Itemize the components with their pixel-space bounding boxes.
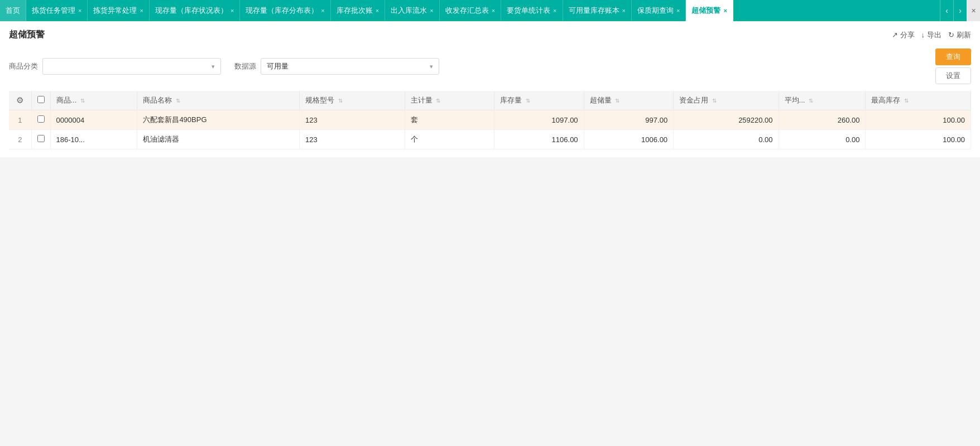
row-max-stock: 100.00 — [866, 130, 971, 149]
nav-arrow-left[interactable]: ‹ — [940, 0, 953, 21]
datasource-label: 数据源 — [234, 61, 256, 71]
th-capital-usage: 资金占用 ⇅ — [674, 91, 779, 110]
row-unit: 个 — [405, 130, 494, 149]
close-icon[interactable]: × — [230, 7, 234, 14]
product-category-select[interactable]: ▾ — [42, 58, 221, 75]
nav-stock-status[interactable]: 现存量（库存状况表） × — [150, 0, 240, 21]
th-settings: ⚙ — [9, 91, 31, 110]
row-max-stock: 100.00 — [866, 110, 971, 130]
close-icon[interactable]: × — [140, 7, 143, 14]
close-icon[interactable]: × — [723, 7, 727, 14]
row-spec: 123 — [300, 110, 405, 130]
page-title: 超储预警 — [9, 29, 45, 41]
page-actions: ↗ 分享 ↓ 导出 ↻ 刷新 — [892, 30, 972, 40]
datasource-select[interactable]: 可用量 ▾ — [261, 58, 439, 75]
close-icon[interactable]: × — [622, 7, 626, 14]
row-select-checkbox[interactable] — [37, 135, 45, 142]
filter-area: 商品分类 ▾ 数据源 可用量 ▾ 查询 设置 — [9, 49, 971, 84]
close-icon[interactable]: × — [553, 7, 556, 14]
chevron-down-icon: ▾ — [212, 63, 215, 70]
product-category-filter: 商品分类 ▾ — [9, 58, 221, 75]
th-stock: 库存量 ⇅ — [494, 91, 584, 110]
sort-icon[interactable]: ⇅ — [809, 98, 813, 104]
table-row: 1 0000004 六配套新昌490BPG 123 套 1097.00 997.… — [9, 110, 971, 130]
row-product-code: 186-10... — [50, 130, 137, 149]
close-icon[interactable]: × — [430, 7, 433, 14]
nav-quality-check[interactable]: 保质期查询 × — [632, 0, 686, 21]
close-icon[interactable]: × — [376, 7, 379, 14]
nav-scroll-arrows: ‹ › × — [940, 0, 980, 21]
row-spec: 123 — [300, 130, 405, 149]
row-avg: 260.00 — [779, 110, 866, 130]
refresh-icon: ↻ — [948, 31, 954, 39]
nav-order-stat[interactable]: 要货单统计表 × — [501, 0, 563, 21]
nav-pick-task[interactable]: 拣货任务管理 × — [26, 0, 88, 21]
row-product-name: 六配套新昌490BPG — [137, 110, 300, 130]
share-button[interactable]: ↗ 分享 — [892, 30, 915, 40]
sort-icon[interactable]: ⇅ — [176, 98, 180, 104]
nav-available-account[interactable]: 可用量库存账本 × — [563, 0, 632, 21]
nav-inout-flow[interactable]: 出入库流水 × — [385, 0, 439, 21]
row-checkbox[interactable] — [31, 110, 50, 130]
row-unit: 套 — [405, 110, 494, 130]
close-icon[interactable]: × — [676, 7, 680, 14]
gear-icon[interactable]: ⚙ — [16, 95, 23, 105]
th-avg: 平均... ⇅ — [779, 91, 866, 110]
nav-stock-dist[interactable]: 现存量（库存分布表） × — [240, 0, 330, 21]
nav-batch-account[interactable]: 库存批次账 × — [331, 0, 385, 21]
chevron-down-icon: ▾ — [430, 63, 433, 70]
export-icon: ↓ — [921, 31, 925, 39]
nav-arrow-close[interactable]: × — [967, 0, 980, 21]
row-stock: 1106.00 — [494, 130, 584, 149]
close-icon[interactable]: × — [492, 7, 495, 14]
nav-summary[interactable]: 收发存汇总表 × — [440, 0, 501, 21]
row-avg: 0.00 — [779, 130, 866, 149]
nav-arrow-right[interactable]: › — [953, 0, 967, 21]
th-product-code: 商品... ⇅ — [50, 91, 137, 110]
row-checkbox[interactable] — [31, 130, 50, 149]
nav-home[interactable]: 首页 — [0, 0, 26, 21]
sort-icon[interactable]: ⇅ — [436, 98, 440, 104]
th-max-stock: 最高库存 ⇅ — [866, 91, 971, 110]
table-row: 2 186-10... 机油滤清器 123 个 1106.00 1006.00 … — [9, 130, 971, 149]
row-over-stock: 1006.00 — [584, 130, 674, 149]
page-content: 超储预警 ↗ 分享 ↓ 导出 ↻ 刷新 商品分类 ▾ 数据源 — [0, 21, 980, 157]
nav-overstock-warning[interactable]: 超储预警 × — [686, 0, 733, 21]
row-index: 1 — [9, 110, 31, 130]
sort-icon[interactable]: ⇅ — [526, 98, 530, 104]
datasource-filter: 数据源 可用量 ▾ — [234, 58, 439, 75]
row-product-code: 0000004 — [50, 110, 137, 130]
query-button[interactable]: 查询 — [935, 49, 971, 65]
sort-icon[interactable]: ⇅ — [80, 98, 85, 104]
setting-button[interactable]: 设置 — [935, 67, 971, 84]
close-icon[interactable]: × — [78, 7, 81, 14]
sort-icon[interactable]: ⇅ — [615, 98, 619, 104]
row-index: 2 — [9, 130, 31, 149]
share-icon: ↗ — [892, 31, 898, 39]
page-title-bar: 超储预警 ↗ 分享 ↓ 导出 ↻ 刷新 — [9, 29, 971, 41]
row-select-checkbox[interactable] — [37, 115, 45, 123]
refresh-button[interactable]: ↻ 刷新 — [948, 30, 971, 40]
th-over-stock: 超储量 ⇅ — [584, 91, 674, 110]
product-category-label: 商品分类 — [9, 61, 38, 71]
nav-pick-exception[interactable]: 拣货异常处理 × — [88, 0, 149, 21]
sort-icon[interactable]: ⇅ — [338, 98, 343, 104]
export-button[interactable]: ↓ 导出 — [921, 30, 942, 40]
datasource-value: 可用量 — [267, 61, 289, 71]
row-capital-usage: 259220.00 — [674, 110, 779, 130]
filter-buttons: 查询 设置 — [935, 49, 971, 84]
close-icon[interactable]: × — [321, 7, 324, 14]
row-capital-usage: 0.00 — [674, 130, 779, 149]
th-checkbox — [31, 91, 50, 110]
data-table: ⚙ 商品... ⇅ 商品名称 ⇅ 规格型号 ⇅ 主计量 — [9, 91, 971, 149]
sort-icon[interactable]: ⇅ — [904, 98, 909, 104]
sort-icon[interactable]: ⇅ — [712, 98, 717, 104]
table-header-row: ⚙ 商品... ⇅ 商品名称 ⇅ 规格型号 ⇅ 主计量 — [9, 91, 971, 110]
th-product-name: 商品名称 ⇅ — [137, 91, 300, 110]
th-spec: 规格型号 ⇅ — [300, 91, 405, 110]
th-unit: 主计量 ⇅ — [405, 91, 494, 110]
select-all-checkbox[interactable] — [37, 96, 45, 103]
row-over-stock: 997.00 — [584, 110, 674, 130]
top-navigation: 首页 拣货任务管理 × 拣货异常处理 × 现存量（库存状况表） × 现存量（库存… — [0, 0, 980, 21]
row-stock: 1097.00 — [494, 110, 584, 130]
